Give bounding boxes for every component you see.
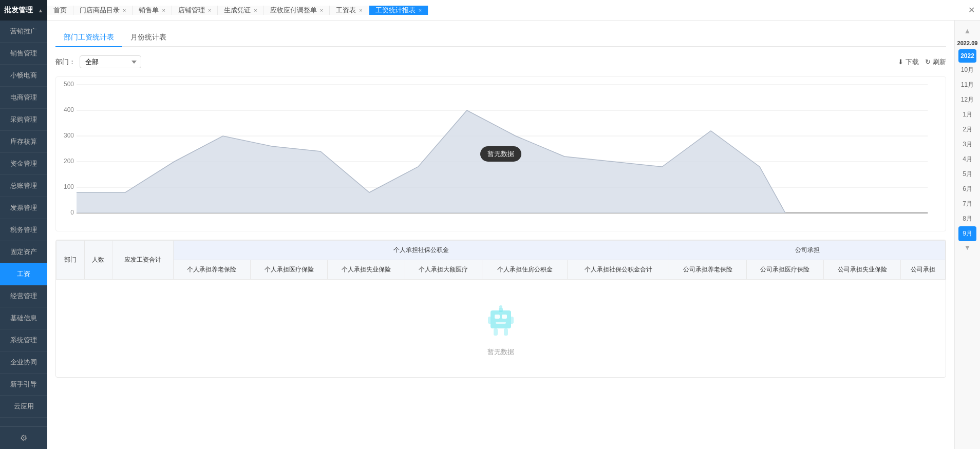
- svg-text:100: 100: [64, 183, 74, 190]
- svg-rect-16: [496, 322, 506, 324]
- toolbar: 部门： 全部销售部财务部人事部技术部 ⬇ 下载 ↻ 刷新: [55, 55, 946, 68]
- timeline-down-nav[interactable]: ▼: [962, 241, 973, 253]
- sidebar-title: 批发管理: [4, 6, 33, 15]
- th-dept: 部门: [56, 241, 85, 280]
- th-personal-medical: 个人承担医疗保险: [250, 260, 327, 280]
- sidebar-collapse-icon[interactable]: ▲: [38, 8, 43, 13]
- chart-container: 500 400 300 200 100 0: [55, 76, 946, 231]
- refresh-label: 刷新: [933, 57, 946, 67]
- th-company-unemployment: 公司承担失业保险: [824, 260, 901, 280]
- tab-ar-ap[interactable]: 应收应付调整单×: [264, 6, 330, 15]
- content-area: 部门工资统计表月份统计表 部门： 全部销售部财务部人事部技术部 ⬇ 下载 ↻ 刷…: [47, 21, 954, 449]
- sub-tab-dept-stats[interactable]: 部门工资统计表: [55, 29, 122, 47]
- th-count: 人数: [84, 241, 112, 280]
- sidebar-item-sales[interactable]: 销售管理: [0, 43, 47, 65]
- sidebar-item-payroll[interactable]: 工资: [0, 263, 47, 285]
- sidebar-item-purchase[interactable]: 采购管理: [0, 109, 47, 131]
- refresh-button[interactable]: ↻ 刷新: [925, 57, 946, 67]
- timeline-month-8月[interactable]: 8月: [956, 211, 978, 226]
- sidebar-item-invoice[interactable]: 发票管理: [0, 197, 47, 219]
- sidebar-item-inventory[interactable]: 库存核算: [0, 131, 47, 153]
- close-all-tabs-button[interactable]: ✕: [963, 5, 980, 15]
- svg-rect-21: [494, 328, 498, 336]
- chart-svg: 500 400 300 200 100 0: [56, 77, 946, 231]
- sidebar-item-ecom[interactable]: 电商管理: [0, 87, 47, 109]
- sidebar-item-cloud[interactable]: 云应用: [0, 396, 47, 418]
- th-company-medical: 公司承担医疗保险: [746, 260, 823, 280]
- sidebar: 批发管理 ▲ 营销推广销售管理小畅电商电商管理采购管理库存核算资金管理总账管理发…: [0, 0, 47, 449]
- svg-text:200: 200: [64, 158, 74, 165]
- tab-payroll-report[interactable]: 工资统计报表×: [369, 6, 428, 15]
- refresh-icon: ↻: [925, 58, 931, 66]
- dept-label: 部门：: [55, 57, 76, 67]
- timeline-month-4月[interactable]: 4月: [956, 152, 978, 167]
- tab-sales-order[interactable]: 销售单×: [133, 6, 172, 15]
- sidebar-item-system[interactable]: 系统管理: [0, 329, 47, 352]
- tab-home[interactable]: 首页: [47, 6, 73, 15]
- th-company-pension: 公司承担养老保险: [669, 260, 746, 280]
- th-total-salary: 应发工资合计: [112, 241, 173, 280]
- sidebar-item-ledger[interactable]: 总账管理: [0, 175, 47, 197]
- sidebar-header[interactable]: 批发管理 ▲: [0, 0, 47, 21]
- th-personal-large-medical: 个人承担大额医疗: [405, 260, 482, 280]
- th-company-other: 公司承担: [901, 260, 946, 280]
- tab-payroll-table[interactable]: 工资表×: [330, 6, 369, 15]
- timeline-top-date: 2022.09: [955, 37, 980, 49]
- chart-tooltip: 暂无数据: [480, 146, 521, 162]
- sidebar-item-marketing[interactable]: 营销推广: [0, 21, 47, 43]
- main-area: 首页门店商品目录×销售单×店铺管理×生成凭证×应收应付调整单×工资表×工资统计报…: [47, 0, 980, 449]
- tab-close-store-mgmt[interactable]: ×: [208, 7, 211, 13]
- table-wrapper[interactable]: 部门 人数 应发工资合计 个人承担社保公积金 公司承担 个人承担养老保险 个人承…: [56, 240, 946, 280]
- empty-text: 暂无数据: [487, 347, 514, 357]
- sidebar-item-basic[interactable]: 基础信息: [0, 307, 47, 329]
- sidebar-item-finance[interactable]: 资金管理: [0, 153, 47, 175]
- tab-close-payroll-report[interactable]: ×: [419, 7, 422, 13]
- tab-close-sales-order[interactable]: ×: [162, 7, 165, 13]
- timeline-year[interactable]: 2022: [958, 49, 976, 63]
- timeline-month-3月[interactable]: 3月: [956, 137, 978, 152]
- empty-state: 暂无数据: [56, 280, 946, 377]
- tab-produce-voucher[interactable]: 生成凭证×: [218, 6, 263, 15]
- timeline-month-5月[interactable]: 5月: [956, 167, 978, 182]
- timeline-month-6月[interactable]: 6月: [956, 182, 978, 197]
- timeline-month-12月[interactable]: 12月: [956, 92, 978, 107]
- timeline-month-9月[interactable]: 9月: [958, 226, 976, 241]
- sidebar-item-ecom-small[interactable]: 小畅电商: [0, 65, 47, 87]
- sub-tab-month-stats[interactable]: 月份统计表: [122, 29, 175, 47]
- page-content: 部门工资统计表月份统计表 部门： 全部销售部财务部人事部技术部 ⬇ 下载 ↻ 刷…: [47, 21, 980, 449]
- sidebar-item-operations[interactable]: 经营管理: [0, 285, 47, 307]
- timeline-month-11月[interactable]: 11月: [956, 77, 978, 92]
- timeline-month-2月[interactable]: 2月: [956, 122, 978, 137]
- svg-marker-12: [77, 110, 785, 213]
- tab-close-product-catalog[interactable]: ×: [123, 7, 126, 13]
- sidebar-item-assets[interactable]: 固定资产: [0, 241, 47, 263]
- tab-close-produce-voucher[interactable]: ×: [254, 7, 257, 13]
- sidebar-footer: ⚙: [0, 426, 47, 449]
- timeline-month-1月[interactable]: 1月: [956, 107, 978, 122]
- tab-product-catalog[interactable]: 门店商品目录×: [73, 6, 133, 15]
- timeline-month-7月[interactable]: 7月: [956, 197, 978, 211]
- sidebar-item-enterprise[interactable]: 企业协同: [0, 352, 47, 374]
- tabbar: 首页门店商品目录×销售单×店铺管理×生成凭证×应收应付调整单×工资表×工资统计报…: [47, 0, 980, 21]
- timeline-up-nav[interactable]: ▲: [962, 25, 973, 37]
- empty-icon: [480, 300, 521, 341]
- table-header-row-2: 个人承担养老保险 个人承担医疗保险 个人承担失业保险 个人承担大额医疗 个人承担…: [56, 260, 946, 280]
- tab-close-ar-ap[interactable]: ×: [320, 7, 323, 13]
- svg-rect-22: [504, 328, 508, 336]
- svg-point-18: [499, 305, 502, 308]
- download-label: 下载: [906, 57, 919, 67]
- table-section: 部门 人数 应发工资合计 个人承担社保公积金 公司承担 个人承担养老保险 个人承…: [55, 240, 946, 378]
- svg-rect-15: [502, 315, 507, 319]
- tab-store-mgmt[interactable]: 店铺管理×: [172, 6, 218, 15]
- svg-rect-13: [491, 310, 511, 328]
- th-personal-housing: 个人承担住房公积金: [482, 260, 567, 280]
- dept-select[interactable]: 全部销售部财务部人事部技术部: [80, 55, 141, 68]
- stats-table: 部门 人数 应发工资合计 个人承担社保公积金 公司承担 个人承担养老保险 个人承…: [56, 240, 946, 280]
- download-button[interactable]: ⬇ 下载: [898, 57, 919, 67]
- sidebar-item-tax[interactable]: 税务管理: [0, 219, 47, 241]
- th-personal-social: 个人承担社保公积金: [173, 241, 669, 260]
- tab-close-payroll-table[interactable]: ×: [359, 7, 362, 13]
- timeline-month-10月[interactable]: 10月: [956, 63, 978, 77]
- settings-icon[interactable]: ⚙: [20, 434, 27, 442]
- sidebar-item-guide[interactable]: 新手引导: [0, 374, 47, 396]
